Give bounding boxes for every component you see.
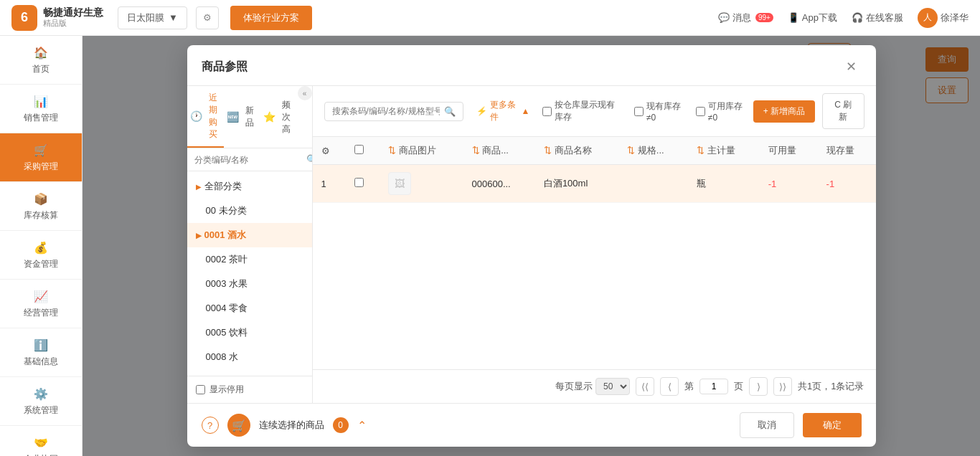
sidebar-item-purchase[interactable]: 🛒 采购管理 xyxy=(0,133,82,182)
category-item-snack[interactable]: 0004 零食 xyxy=(187,296,312,320)
sidebar-item-basic-info[interactable]: ℹ️ 基础信息 xyxy=(0,328,82,377)
select-all-checkbox[interactable] xyxy=(354,145,364,154)
purchase-icon: 🛒 xyxy=(33,142,49,158)
sidebar-label-purchase: 采购管理 xyxy=(24,161,58,173)
content-area: 查询 设置 刷新 商品参照 ✕ xyxy=(83,36,980,456)
checkbox-stock-nonzero-input[interactable] xyxy=(634,107,644,116)
sort-icon-code: ⇅ xyxy=(472,145,480,156)
category-item-liquor[interactable]: ▶ 0001 酒水 xyxy=(187,223,312,247)
category-item-appliance[interactable]: 0010 家电 xyxy=(187,369,312,376)
checkbox-warehouse-input[interactable] xyxy=(542,107,552,116)
search-icon[interactable]: 🔍 xyxy=(444,106,456,117)
category-item-tea-label: 0002 茶叶 xyxy=(206,253,248,266)
pagination-area: 每页显示 50 ⟨⟨ ⟨ 第 页 ⟩ ⟩⟩ xyxy=(313,369,876,403)
row-stock: -1 xyxy=(818,165,876,203)
try-industry-button[interactable]: 体验行业方案 xyxy=(230,6,312,30)
product-table: ⚙ ⇅ 商品图片 ⇅ 商品... ⇅ 商品名称 ⇅ 规格... ⇅ 主计量 可用… xyxy=(313,137,876,203)
sidebar-item-inventory[interactable]: 📦 库存核算 xyxy=(0,182,82,231)
cart-icon[interactable]: 🛒 xyxy=(227,414,250,437)
user-item[interactable]: 人 徐泽华 xyxy=(918,8,969,28)
category-item-beverage[interactable]: 0005 饮料 xyxy=(187,320,312,345)
nav-selector-label: 日太阳膜 xyxy=(127,11,164,24)
category-item-water[interactable]: 0008 水 xyxy=(187,345,312,369)
refresh-button[interactable]: C 刷新 xyxy=(822,93,864,129)
tab-recent-purchase[interactable]: 🕐 近期购买 xyxy=(187,86,224,148)
tab-frequent[interactable]: ⭐ 频次高 xyxy=(260,86,297,148)
sidebar-item-business[interactable]: 📈 经营管理 xyxy=(0,280,82,328)
row-name: 白酒100ml xyxy=(535,165,618,203)
sidebar-label-inventory: 库存核算 xyxy=(24,209,58,222)
prev-page-button[interactable]: ⟨ xyxy=(660,377,679,396)
category-item-uncategorized[interactable]: 00 未分类 xyxy=(187,199,312,223)
online-service-item[interactable]: 🎧 在线客服 xyxy=(852,11,903,24)
nav-selector[interactable]: 日太阳膜 ▼ xyxy=(118,6,187,29)
app-download-item[interactable]: 📱 App下载 xyxy=(788,11,837,24)
confirm-button[interactable]: 确定 xyxy=(803,413,862,437)
settings-icon[interactable]: ⚙ xyxy=(196,6,219,29)
category-item-fruit[interactable]: 0003 水果 xyxy=(187,272,312,296)
category-item-tea[interactable]: 0002 茶叶 xyxy=(187,247,312,272)
sort-icon-spec: ⇅ xyxy=(627,145,635,156)
app-download-label: App下载 xyxy=(802,11,837,24)
show-disabled-checkbox[interactable] xyxy=(196,385,205,394)
online-service-label: 在线客服 xyxy=(866,11,903,24)
sidebar-item-finance[interactable]: 💰 资金管理 xyxy=(0,231,82,280)
selected-count-badge: 0 xyxy=(333,417,349,433)
next-page-button[interactable]: ⟩ xyxy=(749,377,768,396)
page-number-input[interactable] xyxy=(699,379,728,394)
row-select-checkbox[interactable] xyxy=(354,178,364,187)
arrow-icon: ▶ xyxy=(196,183,202,191)
last-page-button[interactable]: ⟩⟩ xyxy=(773,377,792,396)
footer-collapse-icon[interactable]: ⌃ xyxy=(357,419,367,432)
sidebar-item-system[interactable]: ⚙️ 系统管理 xyxy=(0,377,82,426)
total-info: 共1页，1条记录 xyxy=(798,380,864,393)
top-nav: 6 畅捷通好生意 精品版 日太阳膜 ▼ ⚙ 体验行业方案 💬 消息 99+ 📱 … xyxy=(0,0,980,36)
main-layout: 🏠 首页 📊 销售管理 🛒 采购管理 📦 库存核算 💰 资金管理 📈 经营管理 … xyxy=(0,36,980,456)
show-disabled-area: 显示停用 xyxy=(187,376,312,403)
category-panel: 🕐 近期购买 🆕 新品 ⭐ 频次高 « xyxy=(187,86,313,403)
per-page-select[interactable]: 50 xyxy=(595,378,630,395)
sidebar: 🏠 首页 📊 销售管理 🛒 采购管理 📦 库存核算 💰 资金管理 📈 经营管理 … xyxy=(0,36,83,456)
table-row[interactable]: 1 🖼 000600... 白酒100ml xyxy=(313,165,876,203)
checkbox-available-nonzero[interactable]: 可用库存≠0 xyxy=(696,100,746,123)
row-index: 1 xyxy=(313,165,346,203)
edition-label: 精品版 xyxy=(43,18,103,29)
checkbox-warehouse[interactable]: 按仓库显示现有库存 xyxy=(542,99,623,123)
sidebar-label-sales: 销售管理 xyxy=(24,112,58,124)
cancel-button[interactable]: 取消 xyxy=(740,412,794,438)
sidebar-item-sales[interactable]: 📊 销售管理 xyxy=(0,85,82,133)
panel-collapse-button[interactable]: « xyxy=(298,86,312,100)
help-icon[interactable]: ? xyxy=(202,417,219,434)
modal-close-button[interactable]: ✕ xyxy=(842,57,862,77)
arrow-icon-liquor: ▶ xyxy=(196,232,202,239)
checkbox-available-nonzero-input[interactable] xyxy=(696,107,705,116)
tab-new-products[interactable]: 🆕 新品 xyxy=(224,86,260,148)
checkbox-stock-nonzero[interactable]: 现有库存≠0 xyxy=(634,100,684,123)
message-item[interactable]: 💬 消息 99+ xyxy=(718,11,773,24)
row-spec xyxy=(618,165,688,203)
logo-area: 6 畅捷通好生意 精品版 xyxy=(11,5,103,31)
sort-icon: ⇅ xyxy=(388,145,396,156)
col-name: ⇅ 商品名称 xyxy=(535,137,618,165)
category-search-input[interactable] xyxy=(194,155,302,165)
sidebar-item-enterprise[interactable]: 🤝 企业协同 xyxy=(0,426,82,456)
per-page-label: 每页显示 xyxy=(555,380,593,393)
page-suffix: 页 xyxy=(734,380,743,393)
category-item-all-label: 全部分类 xyxy=(204,180,242,193)
tab-recent-label: 近期购买 xyxy=(205,92,221,141)
filter-icon: ⚡ xyxy=(476,106,487,116)
add-product-button[interactable]: + 新增商品 xyxy=(753,100,815,123)
category-item-all[interactable]: ▶ 全部分类 xyxy=(187,174,312,199)
row-checkbox[interactable] xyxy=(346,165,380,203)
product-search-input[interactable] xyxy=(332,106,440,116)
filter-up-icon: ▲ xyxy=(522,106,530,116)
col-settings[interactable]: ⚙ xyxy=(313,137,346,165)
sidebar-item-home[interactable]: 🏠 首页 xyxy=(0,36,82,85)
headset-icon: 🎧 xyxy=(852,12,863,23)
message-label: 消息 xyxy=(732,11,751,24)
category-list: ▶ 全部分类 00 未分类 ▶ 0001 酒水 0002 茶 xyxy=(187,171,312,376)
show-disabled-label: 显示停用 xyxy=(209,384,244,396)
more-filter-button[interactable]: ⚡ 更多条件 ▲ xyxy=(471,95,536,127)
category-search-icon[interactable]: 🔍 xyxy=(306,154,313,165)
first-page-button[interactable]: ⟨⟨ xyxy=(636,377,654,396)
